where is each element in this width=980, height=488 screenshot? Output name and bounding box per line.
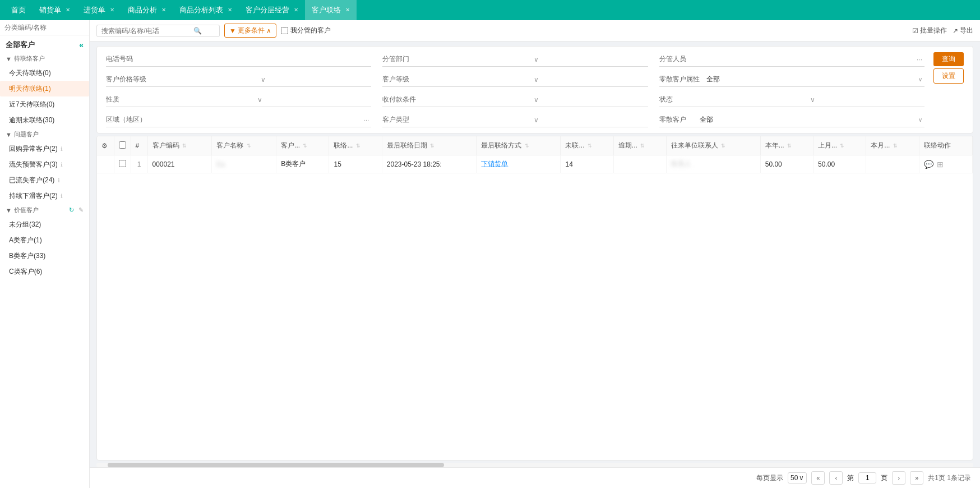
filter-status-select[interactable]: ∨ xyxy=(697,96,922,104)
filter-panel-inner: 电话号码 分管部门 ∨ 分管人员 xyxy=(106,52,964,127)
sort-code-icon: ⇅ xyxy=(182,143,187,149)
filter-customer-grade: 客户等级 ∨ xyxy=(382,72,648,87)
chevron-dept-icon: ∨ xyxy=(534,56,646,63)
nav-home[interactable]: 首页 xyxy=(4,0,33,20)
col-this-year[interactable]: 本年... ⇅ xyxy=(760,136,813,155)
qr-action-icon[interactable]: ⊞ xyxy=(937,160,944,169)
filter-payment-select[interactable]: ∨ xyxy=(420,96,645,104)
bulk-action-button[interactable]: ☑ 批量操作 xyxy=(912,26,947,35)
col-action: 联络动作 xyxy=(919,136,972,155)
my-customers-checkbox[interactable] xyxy=(281,27,288,34)
scrollbar-thumb[interactable] xyxy=(108,463,444,467)
filter-phone-input[interactable] xyxy=(144,56,369,63)
filter-customer-type-label: 客户类型 xyxy=(382,115,416,125)
nav-purchase[interactable]: 进货单 ✕ xyxy=(77,0,121,20)
chevron-price-grade-icon: ∨ xyxy=(261,76,369,84)
filter-dept-select[interactable]: ∨ xyxy=(420,56,645,63)
close-analysis-icon[interactable]: ✕ xyxy=(161,0,166,20)
sidebar-item-losing[interactable]: 流失预警客户(3) ℹ xyxy=(0,156,89,172)
col-last-month[interactable]: 上月... ⇅ xyxy=(813,136,866,155)
col-code[interactable]: 客户编码 ⇅ xyxy=(147,136,212,155)
prev-page-button[interactable]: ‹ xyxy=(829,471,843,485)
query-button[interactable]: 查询 xyxy=(933,52,964,66)
next-page-button[interactable]: › xyxy=(892,471,905,485)
row-checkbox[interactable] xyxy=(119,160,126,167)
filter-row-4: 区域（地区） ··· 客户类型 ∨ 零散客户 xyxy=(106,113,924,127)
nav-customer-contact[interactable]: 客户联络 ✕ xyxy=(305,0,357,20)
filter-price-grade-select[interactable]: ∨ xyxy=(151,76,369,84)
sidebar-item-ungrouped[interactable]: 未分组(32) xyxy=(0,217,89,232)
ellipsis-manager-icon[interactable]: ··· xyxy=(917,56,922,63)
more-filter-button[interactable]: ▼ 更多条件 ∧ xyxy=(224,24,276,38)
col-overdue[interactable]: 逾期... ⇅ xyxy=(613,136,666,155)
filter-customer-grade-label: 客户等级 xyxy=(382,75,416,84)
edit-value-icon[interactable]: ✎ xyxy=(78,206,84,214)
col-uncontacted[interactable]: 未联... ⇅ xyxy=(561,136,613,155)
main-search-input[interactable] xyxy=(101,27,191,35)
sidebar-item-today[interactable]: 今天待联络(0) xyxy=(0,65,89,81)
main-search-icon[interactable]: 🔍 xyxy=(193,27,202,35)
comment-action-icon[interactable]: 💬 xyxy=(924,160,933,169)
col-gear[interactable]: ⚙ xyxy=(97,136,114,155)
page-number-input[interactable] xyxy=(858,472,876,484)
settings-button[interactable]: 设置 xyxy=(933,68,964,84)
col-contact[interactable]: 联络... ⇅ xyxy=(329,136,382,155)
first-page-button[interactable]: « xyxy=(811,471,825,485)
sidebar-item-overdue[interactable]: 逾期未联络(30) xyxy=(0,112,89,128)
my-customers-checkbox-label[interactable]: 我分管的客户 xyxy=(281,26,331,35)
close-customer-segment-icon[interactable]: ✕ xyxy=(294,0,298,20)
sidebar-item-declining[interactable]: 持续下滑客户(2) ℹ xyxy=(0,188,89,204)
sidebar-item-repeated[interactable]: 回购异常客户(2) ℹ xyxy=(0,141,89,156)
col-name[interactable]: 客户名称 ⇅ xyxy=(212,136,276,155)
nav-customer-segment[interactable]: 客户分层经营 ✕ xyxy=(239,0,305,20)
sort-last-month-icon: ⇅ xyxy=(840,143,844,149)
toolbar-right: ☑ 批量操作 ↗ 导出 xyxy=(912,26,973,35)
close-analysis-list-icon[interactable]: ✕ xyxy=(228,0,232,20)
close-sales-icon[interactable]: ✕ xyxy=(66,0,70,20)
select-all-checkbox[interactable] xyxy=(119,141,126,149)
chevron-retail-attr-icon: ∨ xyxy=(918,76,922,82)
last-page-button[interactable]: » xyxy=(910,471,923,485)
filter-manager-label: 分管人员 xyxy=(659,54,693,64)
col-last-method[interactable]: 最后联络方式 ⇅ xyxy=(477,136,561,155)
horizontal-scrollbar[interactable] xyxy=(96,463,973,467)
nav-sales[interactable]: 销货单 ✕ xyxy=(33,0,77,20)
nav-analysis-list[interactable]: 商品分析列表 ✕ xyxy=(173,0,239,20)
row-checkbox-cell xyxy=(114,155,131,173)
total-info: 共1页 1条记录 xyxy=(928,473,971,483)
sidebar-section-problem[interactable]: ▼ 问题客户 xyxy=(0,128,89,141)
close-customer-contact-icon[interactable]: ✕ xyxy=(345,0,350,20)
sidebar-item-classB[interactable]: B类客户(33) xyxy=(0,248,89,264)
sidebar-all-customers[interactable]: 全部客户 « xyxy=(0,35,89,52)
sidebar-collapse-icon[interactable]: « xyxy=(79,40,84,49)
filter-customer-type-select[interactable]: ∨ xyxy=(420,116,645,124)
sidebar-item-week7[interactable]: 近7天待联络(0) xyxy=(0,96,89,112)
sidebar-section-pending[interactable]: ▼ 待联络客户 xyxy=(0,52,89,65)
sidebar-section-value[interactable]: ▼ 价值客户 ↻ ✎ xyxy=(0,204,89,217)
sidebar-search-input[interactable] xyxy=(4,24,89,31)
filter-nature-select[interactable]: ∨ xyxy=(144,96,369,104)
sidebar-item-tomorrow[interactable]: 明天待联络(1) xyxy=(0,81,89,96)
ellipsis-region-icon[interactable]: ··· xyxy=(363,116,369,124)
sidebar-item-lost[interactable]: 已流失客户(24) ℹ xyxy=(0,172,89,188)
gear-settings-icon[interactable]: ⚙ xyxy=(101,142,108,150)
col-type[interactable]: 客户... ⇅ xyxy=(276,136,329,155)
table-header-row: ⚙ # 客户编码 ⇅ 客户名称 ⇅ xyxy=(97,136,973,155)
row-last-method-link[interactable]: 下销货单 xyxy=(481,160,508,168)
col-last-date[interactable]: 最后联络日期 ⇅ xyxy=(382,136,477,155)
per-page-select[interactable]: 50 ∨ xyxy=(788,472,807,484)
filter-actions: 查询 设置 xyxy=(933,52,964,84)
sidebar-item-classC[interactable]: C类客户(6) xyxy=(0,264,89,279)
col-this-month[interactable]: 本月... ⇅ xyxy=(866,136,919,155)
pagination-bar: 每页显示 50 ∨ « ‹ 第 页 › » 共1页 1条记录 xyxy=(90,467,980,488)
refresh-value-icon[interactable]: ↻ xyxy=(69,206,74,214)
export-button[interactable]: ↗ 导出 xyxy=(953,26,973,35)
filter-icon: ▼ xyxy=(229,27,236,35)
nav-analysis[interactable]: 商品分析 ✕ xyxy=(121,0,173,20)
row-last-method-cell[interactable]: 下销货单 xyxy=(477,155,561,173)
sidebar-item-classA[interactable]: A类客户(1) xyxy=(0,232,89,248)
col-contacts[interactable]: 往来单位联系人 ⇅ xyxy=(667,136,761,155)
filter-customer-grade-select[interactable]: ∨ xyxy=(420,76,645,84)
close-purchase-icon[interactable]: ✕ xyxy=(110,0,114,20)
data-table-container: ⚙ # 客户编码 ⇅ 客户名称 ⇅ xyxy=(96,136,973,461)
